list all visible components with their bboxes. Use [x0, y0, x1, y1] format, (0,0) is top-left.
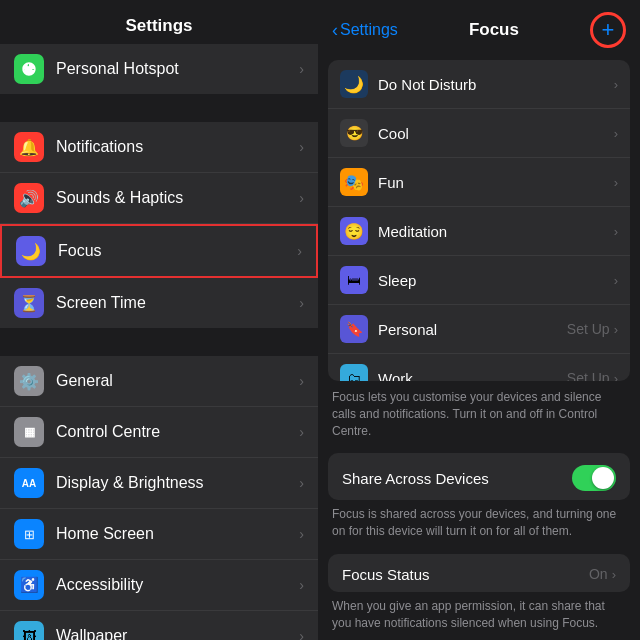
focus-panel: ‹ Settings Focus + 🌙 Do Not Disturb › 😎 … [318, 0, 640, 640]
toggle-thumb [592, 467, 614, 489]
share-description: Focus is shared across your devices, and… [318, 500, 640, 548]
wallpaper-label: Wallpaper [56, 627, 299, 640]
settings-item-homescreen[interactable]: ⊞ Home Screen › [0, 509, 318, 560]
hotspot-chevron: › [299, 61, 304, 77]
wallpaper-icon: 🖼 [14, 621, 44, 640]
add-focus-button[interactable]: + [590, 12, 626, 48]
plus-icon: + [602, 19, 615, 41]
status-label: Focus Status [342, 566, 589, 583]
focus-item-personal[interactable]: 🔖 Personal Set Up › [328, 305, 630, 354]
share-label: Share Across Devices [342, 470, 572, 487]
settings-item-accessibility[interactable]: ♿ Accessibility › [0, 560, 318, 611]
focus-item-fun[interactable]: 🎭 Fun › [328, 158, 630, 207]
control-label: Control Centre [56, 423, 299, 441]
meditation-icon: 😌 [340, 217, 368, 245]
settings-item-focus[interactable]: 🌙 Focus › [0, 224, 318, 278]
fun-label: Fun [378, 174, 614, 191]
accessibility-icon: ♿ [14, 570, 44, 600]
focus-item-donotdisturb[interactable]: 🌙 Do Not Disturb › [328, 60, 630, 109]
settings-title: Settings [125, 16, 192, 35]
focus-item-meditation[interactable]: 😌 Meditation › [328, 207, 630, 256]
status-value: On [589, 566, 608, 582]
settings-item-control[interactable]: ▦ Control Centre › [0, 407, 318, 458]
status-chevron: › [612, 567, 616, 582]
back-chevron-icon: ‹ [332, 20, 338, 41]
status-row[interactable]: Focus Status On › [328, 554, 630, 592]
settings-group-2: 🔔 Notifications › 🔊 Sounds & Haptics › 🌙… [0, 122, 318, 328]
meditation-label: Meditation [378, 223, 614, 240]
general-icon: ⚙️ [14, 366, 44, 396]
back-label: Settings [340, 21, 398, 39]
status-section: Focus Status On › [328, 554, 630, 592]
work-icon: 🗂 [340, 364, 368, 381]
settings-item-screentime[interactable]: ⏳ Screen Time › [0, 278, 318, 328]
hotspot-label: Personal Hotspot [56, 60, 299, 78]
hotspot-icon [14, 54, 44, 84]
focus-description: Focus lets you customise your devices an… [318, 381, 640, 447]
general-label: General [56, 372, 299, 390]
settings-item-general[interactable]: ⚙️ General › [0, 356, 318, 407]
share-section: Share Across Devices [328, 453, 630, 500]
share-toggle[interactable] [572, 465, 616, 491]
sleep-label: Sleep [378, 272, 614, 289]
sounds-icon: 🔊 [14, 183, 44, 213]
settings-item-display[interactable]: AA Display & Brightness › [0, 458, 318, 509]
donotdisturb-icon: 🌙 [340, 70, 368, 98]
display-label: Display & Brightness [56, 474, 299, 492]
personal-label: Personal [378, 321, 567, 338]
work-label: Work [378, 370, 567, 382]
focus-item-work[interactable]: 🗂 Work Set Up › [328, 354, 630, 381]
screentime-label: Screen Time [56, 294, 299, 312]
cool-icon: 😎 [340, 119, 368, 147]
focus-item-cool[interactable]: 😎 Cool › [328, 109, 630, 158]
back-button[interactable]: ‹ Settings [332, 20, 398, 41]
donotdisturb-label: Do Not Disturb [378, 76, 614, 93]
personal-setup-label: Set Up [567, 321, 610, 337]
focus-item-sleep[interactable]: 🛏 Sleep › [328, 256, 630, 305]
settings-item-notifications[interactable]: 🔔 Notifications › [0, 122, 318, 173]
settings-item-wallpaper[interactable]: 🖼 Wallpaper › [0, 611, 318, 640]
screentime-icon: ⏳ [14, 288, 44, 318]
settings-group-1: Personal Hotspot › [0, 44, 318, 94]
focus-header: ‹ Settings Focus + [318, 0, 640, 56]
focus-items-list: 🌙 Do Not Disturb › 😎 Cool › 🎭 Fun › 😌 Me… [328, 60, 630, 381]
homescreen-icon: ⊞ [14, 519, 44, 549]
sleep-icon: 🛏 [340, 266, 368, 294]
settings-item-hotspot[interactable]: Personal Hotspot › [0, 44, 318, 94]
focus-title: Focus [398, 20, 590, 40]
notifications-label: Notifications [56, 138, 299, 156]
fun-icon: 🎭 [340, 168, 368, 196]
settings-group-3: ⚙️ General › ▦ Control Centre › AA Displ… [0, 356, 318, 640]
settings-list: Personal Hotspot › 🔔 Notifications › 🔊 S… [0, 44, 318, 640]
focus-label: Focus [58, 242, 297, 260]
display-icon: AA [14, 468, 44, 498]
settings-item-sounds[interactable]: 🔊 Sounds & Haptics › [0, 173, 318, 224]
settings-header: Settings [0, 0, 318, 44]
control-icon: ▦ [14, 417, 44, 447]
settings-panel: Settings Personal Hotspot › 🔔 Notificati… [0, 0, 318, 640]
focus-icon: 🌙 [16, 236, 46, 266]
status-description: When you give an app permission, it can … [318, 592, 640, 640]
work-setup-label: Set Up [567, 370, 610, 381]
cool-label: Cool [378, 125, 614, 142]
sounds-label: Sounds & Haptics [56, 189, 299, 207]
accessibility-label: Accessibility [56, 576, 299, 594]
notifications-icon: 🔔 [14, 132, 44, 162]
share-row[interactable]: Share Across Devices [328, 453, 630, 500]
personal-icon: 🔖 [340, 315, 368, 343]
homescreen-label: Home Screen [56, 525, 299, 543]
